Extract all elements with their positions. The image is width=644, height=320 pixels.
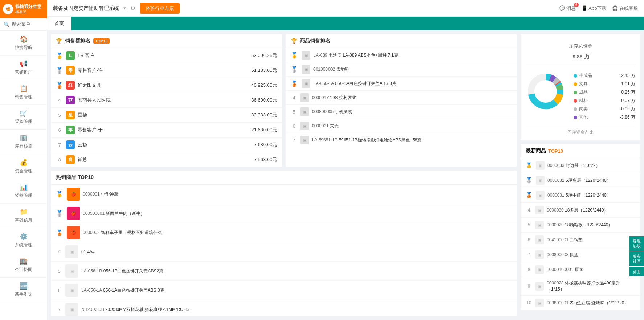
rank-amount: 36,600.00元	[251, 97, 277, 103]
rank-avatar: 红	[66, 81, 75, 90]
hot-product-row: 4▣01 45#	[51, 242, 517, 262]
newest-row: 6▣004100001 白钢垫	[521, 233, 640, 247]
sidebar-item-stock[interactable]: 🏢库存核算	[0, 130, 47, 154]
product-thumbnail: 🍎	[67, 188, 80, 201]
donut-chart	[526, 71, 569, 115]
new-product-info: 0000031 5厘中纤（1220*2440）	[547, 192, 635, 198]
medal-icon: 🥉	[526, 192, 533, 198]
product-ranking-header: 🏆 商品销售排名	[286, 34, 517, 48]
legend-label: 肉类	[579, 106, 588, 112]
product-thumbnail: 🍎	[67, 226, 80, 239]
topbar-gear[interactable]: ⚙	[130, 5, 135, 12]
topbar-arrow: ▾	[123, 5, 126, 11]
product-img: ▣	[302, 65, 310, 74]
newest-row: 5▣0000029 18颗粒板（1220*2440）	[521, 218, 640, 233]
legend-value: 0.07 万	[621, 98, 635, 104]
legend-label: 半成品	[579, 73, 592, 79]
rank-avatar: 云	[66, 140, 75, 149]
sidebar-item-base[interactable]: 📁基础信息	[0, 204, 47, 228]
rank-amount: 51,183.00元	[251, 67, 277, 74]
rank-number: 5	[526, 222, 532, 227]
product-info: 000800005 手机测试	[312, 109, 512, 115]
sidebar-label-purchase: 采购管理	[15, 119, 32, 125]
desktop-btn[interactable]: 桌面	[629, 267, 644, 276]
hot-product-info: 000500001 新西兰牛肉（新牛）	[83, 210, 512, 217]
rank-name: 零售客户-许	[78, 67, 248, 74]
rank-name: LS 客户	[78, 52, 248, 59]
legend-value: 1.01 万	[621, 81, 635, 87]
rank-avatar: 苍	[66, 96, 75, 104]
tab-home[interactable]: 首页	[47, 17, 71, 30]
sidebar-item-operation[interactable]: 📊经营管理	[0, 179, 47, 204]
sidebar-item-quick-nav[interactable]: 🏠快捷导航	[0, 31, 47, 56]
product-info: 0000021 夹壳	[312, 123, 512, 129]
newest-panel: 最新商品 TOP10 🥇▣0000033 封边带（1.0*22）🥈▣000003…	[521, 144, 640, 310]
message-btn[interactable]: 💬 消息 6	[559, 5, 576, 12]
svg-point-1	[535, 81, 556, 102]
legend-item: 文具1.01 万	[574, 80, 635, 88]
sidebar-label-finance: 资金管理	[15, 168, 32, 174]
product-thumbnail: 🍎	[67, 207, 80, 220]
new-product-info: 10000100001 原茎	[547, 267, 635, 273]
rank-amount: 21,680.00元	[251, 127, 277, 133]
rank-amount: 53,006.26元	[251, 52, 277, 59]
medal-icon: 🥇	[291, 52, 299, 59]
hot-product-info: 0000002 智利车子里（规格不知道填什么）	[83, 230, 512, 236]
sidebar-icon-marketing: 📢	[20, 60, 28, 68]
product-row: 6▣0000021 夹壳	[286, 119, 517, 133]
sidebar-item-finance[interactable]: 💰资金管理	[0, 154, 47, 179]
medal-icon: 🥉	[56, 82, 63, 89]
donut-legend: 半成品12.45 万文具1.01 万成品0.25 万材料0.07 万肉类-0.0…	[574, 71, 635, 122]
legend-value: -3.86 万	[620, 114, 635, 120]
main-content: 装备及固定资产辅助管理系统 ▾ ⚙ 体验行业方案 💬 消息 6 📱 App下载 …	[47, 0, 644, 320]
new-product-img: ▣	[535, 235, 544, 244]
newest-title: 最新商品	[526, 148, 546, 154]
product-img: ▣	[302, 79, 310, 88]
product-info: LA-056-1A 056-1A白色按键开关盖ABS 3克	[313, 81, 512, 87]
new-product-info: 003800001 22g鱼豆腐·烧烤味（1*12*20）	[547, 300, 635, 306]
hot-product-row: 🥉🍎0000002 智利车子里（规格不知道填什么）	[51, 223, 517, 242]
newest-top-label: TOP10	[548, 148, 563, 154]
newest-row: 4▣0000030 18多层（1220*2440）	[521, 203, 640, 218]
sidebar-icon-stock: 🏢	[20, 134, 28, 142]
sidebar-item-corp[interactable]: 🏬企业协同	[0, 253, 47, 278]
ranking-row: 🥈零零售客户-许51,183.00元	[51, 63, 282, 78]
sidebar-item-system[interactable]: ⚙️系统管理	[0, 228, 47, 253]
rank-number: 7	[56, 307, 62, 312]
sidebar-icon-purchase: 🛒	[20, 109, 28, 117]
hot-product-row: 7▣NB2.0X30B 2.0X30MM双搓花轴,搓花直径2.1MM/ROHS	[51, 300, 517, 316]
ranking-row: 7云云扬7,680.00元	[51, 138, 282, 152]
donut-area: 半成品12.45 万文具1.01 万成品0.25 万材料0.07 万肉类-0.0…	[526, 66, 635, 127]
sidebar-icon-sales: 📋	[20, 85, 28, 93]
new-product-img: ▣	[535, 282, 544, 291]
hot-products-list: 🥇🍎0000001 中华神薯🥈🍎000500001 新西兰牛肉（新牛）🥉🍎000…	[51, 185, 517, 316]
sidebar-search[interactable]: 🔍 搜索菜单	[0, 18, 47, 31]
service-community-btn[interactable]: 服务社区	[629, 251, 644, 266]
legend-item: 其他-3.86 万	[574, 113, 635, 122]
sidebar-item-marketing[interactable]: 📢营销推广	[0, 56, 47, 80]
medal-icon: 🥈	[56, 210, 64, 217]
rank-amount: 7,563.00元	[254, 156, 277, 163]
rank-number: 5	[56, 112, 63, 118]
rank-avatar: 肖	[66, 155, 75, 164]
rank-number: 6	[56, 288, 62, 293]
sidebar-item-purchase[interactable]: 🛒采购管理	[0, 105, 47, 130]
app-download-btn[interactable]: 📱 App下载	[582, 5, 606, 12]
medal-icon: 🥉	[56, 229, 64, 236]
sidebar-item-guide[interactable]: 🆕新手引导	[0, 278, 47, 302]
product-placeholder: ▣	[65, 284, 78, 297]
trial-btn[interactable]: 体验行业方案	[140, 3, 180, 14]
rank-name: 零售客户-于	[78, 127, 248, 133]
sidebar-label-guide: 新手引导	[15, 291, 32, 298]
logo-text: 畅捷通好生意 标准版	[15, 4, 41, 15]
customer-service-btn[interactable]: 客服热线	[629, 236, 644, 251]
rank-name: 星扬	[78, 112, 248, 118]
medal-icon: 🥇	[56, 191, 64, 198]
sidebar-item-sales[interactable]: 📋销售管理	[0, 80, 47, 105]
trophy-icon: 🏆	[291, 38, 297, 44]
rank-amount: 33,333.00元	[251, 112, 277, 118]
online-service-btn[interactable]: 🎧 在线客服	[612, 5, 638, 12]
product-row: 5▣000800005 手机测试	[286, 105, 517, 119]
legend-value: -0.05 万	[620, 106, 635, 112]
product-row: 🥇▣LA-089 电池盖 LA-089 ABS本色+黑种 7.1克	[286, 48, 517, 62]
